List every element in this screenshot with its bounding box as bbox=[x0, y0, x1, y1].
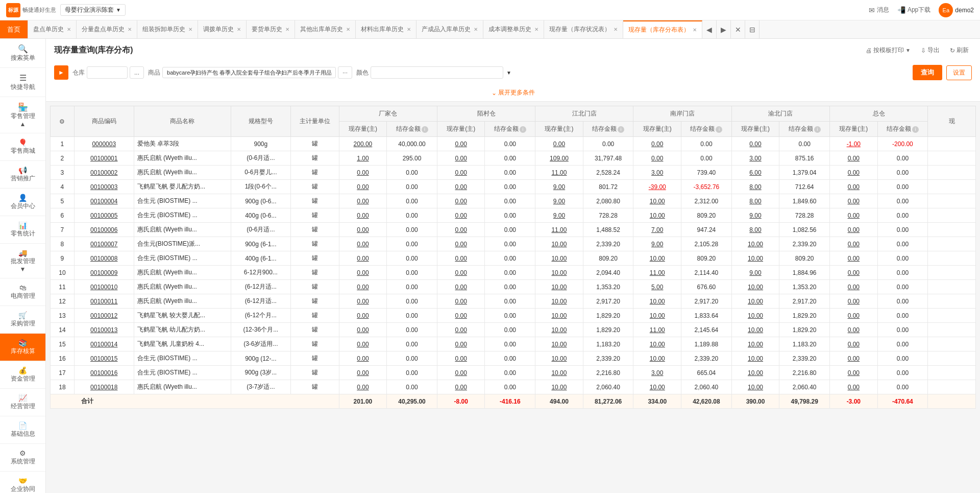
tab-order[interactable]: 要货单历史 ✕ bbox=[247, 20, 295, 39]
tab-split-check[interactable]: 分量盘点单历史 ✕ bbox=[77, 20, 137, 39]
row-w5-qty[interactable]: 10.00 bbox=[731, 351, 779, 366]
row-w3-qty[interactable]: 11.00 bbox=[535, 166, 583, 180]
row-w1-qty[interactable]: 0.00 bbox=[339, 166, 387, 180]
row-w4-qty[interactable]: 3.00 bbox=[633, 366, 681, 380]
row-w2-qty[interactable]: 0.00 bbox=[437, 251, 485, 266]
row-w4-qty[interactable]: 10.00 bbox=[633, 351, 681, 366]
row-w4-qty[interactable]: 3.00 bbox=[633, 166, 681, 180]
row-w2-qty[interactable]: 0.00 bbox=[437, 309, 485, 323]
sidebar-item-ecommerce[interactable]: 🛍 电商管理 bbox=[0, 278, 45, 306]
row-w1-qty[interactable]: 0.00 bbox=[339, 266, 387, 280]
app-download-button[interactable]: 📲 App下载 bbox=[897, 6, 930, 14]
row-total-qty[interactable]: 0.00 bbox=[830, 280, 878, 294]
row-w4-qty[interactable]: -39.00 bbox=[633, 180, 681, 194]
query-button[interactable]: 查询 bbox=[913, 65, 942, 80]
tab-cost-adjust[interactable]: 成本调整单历史 ✕ bbox=[483, 20, 544, 39]
row-w1-qty[interactable]: 0.00 bbox=[339, 180, 387, 194]
row-w3-qty[interactable]: 9.00 bbox=[535, 194, 583, 208]
warehouse-input[interactable] bbox=[87, 66, 128, 79]
close-icon[interactable]: ✕ bbox=[693, 27, 697, 33]
row-w5-qty[interactable]: 10.00 bbox=[731, 237, 779, 251]
close-icon[interactable]: ✕ bbox=[407, 27, 411, 32]
row-code[interactable]: 00100010 bbox=[74, 280, 134, 294]
row-total-qty[interactable]: 0.00 bbox=[830, 266, 878, 280]
row-w4-qty[interactable]: 5.00 bbox=[633, 280, 681, 294]
row-total-qty[interactable]: 0.00 bbox=[830, 323, 878, 337]
row-w2-qty[interactable]: 0.00 bbox=[437, 166, 485, 180]
row-w5-qty[interactable]: 10.00 bbox=[731, 309, 779, 323]
sidebar-item-system[interactable]: ⚙ 系统管理 bbox=[0, 444, 45, 472]
row-w1-qty[interactable]: 0.00 bbox=[339, 208, 387, 223]
close-icon[interactable]: ✕ bbox=[188, 27, 192, 32]
row-w2-qty[interactable]: 0.00 bbox=[437, 137, 485, 151]
row-w3-qty[interactable]: 9.00 bbox=[535, 208, 583, 223]
tab-material-out[interactable]: 材料出库单历史 ✕ bbox=[356, 20, 416, 39]
row-w4-qty[interactable]: 10.00 bbox=[633, 309, 681, 323]
row-total-qty[interactable]: 0.00 bbox=[830, 194, 878, 208]
row-total-qty[interactable]: -1.00 bbox=[830, 137, 878, 151]
row-w2-qty[interactable]: 0.00 bbox=[437, 280, 485, 294]
tab-prev-btn[interactable]: ◀ bbox=[702, 20, 717, 39]
close-icon[interactable]: ✕ bbox=[67, 27, 71, 32]
close-icon[interactable]: ✕ bbox=[534, 27, 538, 32]
info-icon[interactable]: i bbox=[422, 126, 428, 133]
row-w5-qty[interactable]: 10.00 bbox=[731, 251, 779, 266]
gear-icon[interactable]: ⚙ bbox=[54, 118, 71, 125]
row-w3-qty[interactable]: 10.00 bbox=[535, 294, 583, 309]
tab-close-all-btn[interactable]: ✕ bbox=[731, 20, 745, 39]
row-w5-qty[interactable]: 0.00 bbox=[731, 137, 779, 151]
row-w5-qty[interactable]: 8.00 bbox=[731, 180, 779, 194]
row-code[interactable]: 00100015 bbox=[74, 351, 134, 366]
row-w2-qty[interactable]: 0.00 bbox=[437, 294, 485, 309]
row-w3-qty[interactable]: 9.00 bbox=[535, 180, 583, 194]
row-w4-qty[interactable]: 7.00 bbox=[633, 223, 681, 237]
row-w4-qty[interactable]: 10.00 bbox=[633, 337, 681, 351]
tab-inventory-status[interactable]: 现存量（库存状况表） ✕ bbox=[544, 20, 623, 39]
tab-assembly[interactable]: 组装拆卸单历史 ✕ bbox=[137, 20, 198, 39]
row-w1-qty[interactable]: 0.00 bbox=[339, 309, 387, 323]
row-w5-qty[interactable]: 8.00 bbox=[731, 194, 779, 208]
info-icon[interactable]: i bbox=[716, 126, 722, 133]
row-w1-qty[interactable]: 0.00 bbox=[339, 351, 387, 366]
row-w4-qty[interactable]: 10.00 bbox=[633, 294, 681, 309]
row-w2-qty[interactable]: 0.00 bbox=[437, 337, 485, 351]
warehouse-ellipsis-btn[interactable]: ... bbox=[130, 66, 144, 79]
row-w3-qty[interactable]: 10.00 bbox=[535, 366, 583, 380]
row-w3-qty[interactable]: 10.00 bbox=[535, 380, 583, 394]
close-icon[interactable]: ✕ bbox=[128, 27, 132, 32]
tab-product-in[interactable]: 产成品入库单历史 ✕ bbox=[416, 20, 483, 39]
row-w4-qty[interactable]: 10.00 bbox=[633, 380, 681, 394]
color-input[interactable] bbox=[371, 66, 503, 79]
row-w5-qty[interactable]: 10.00 bbox=[731, 366, 779, 380]
row-total-qty[interactable]: 0.00 bbox=[830, 208, 878, 223]
row-w2-qty[interactable]: 0.00 bbox=[437, 223, 485, 237]
row-w4-qty[interactable]: 9.00 bbox=[633, 237, 681, 251]
row-total-qty[interactable]: 0.00 bbox=[830, 380, 878, 394]
row-code[interactable]: 00100016 bbox=[74, 366, 134, 380]
sidebar-item-basic[interactable]: 📄 基础信息 bbox=[0, 416, 45, 444]
tab-inventory-check[interactable]: 盘点单历史 ✕ bbox=[28, 20, 77, 39]
tab-other-out[interactable]: 其他出库单历史 ✕ bbox=[295, 20, 356, 39]
row-total-qty[interactable]: 0.00 bbox=[830, 294, 878, 309]
row-w4-qty[interactable]: 10.00 bbox=[633, 251, 681, 266]
row-code[interactable]: 00100012 bbox=[74, 309, 134, 323]
sidebar-item-purchase[interactable]: 🛒 采购管理 bbox=[0, 306, 45, 334]
info-icon[interactable]: i bbox=[618, 126, 624, 133]
tab-expand-btn[interactable]: ⊟ bbox=[745, 20, 760, 39]
row-code[interactable]: 00100005 bbox=[74, 208, 134, 223]
row-w5-qty[interactable]: 10.00 bbox=[731, 337, 779, 351]
collapse-btn[interactable]: ► bbox=[54, 65, 68, 80]
row-w2-qty[interactable]: 0.00 bbox=[437, 237, 485, 251]
row-total-qty[interactable]: 0.00 bbox=[830, 223, 878, 237]
row-w4-qty[interactable]: 10.00 bbox=[633, 208, 681, 223]
row-w2-qty[interactable]: 0.00 bbox=[437, 180, 485, 194]
row-code[interactable]: 00100008 bbox=[74, 251, 134, 266]
col-settings-header[interactable]: ⚙ bbox=[51, 106, 75, 137]
tab-inventory-dist[interactable]: 现存量（库存分布表） ✕ bbox=[623, 20, 702, 39]
row-w1-qty[interactable]: 1.00 bbox=[339, 151, 387, 166]
row-w5-qty[interactable]: 10.00 bbox=[731, 280, 779, 294]
row-w5-qty[interactable]: 6.00 bbox=[731, 166, 779, 180]
row-total-qty[interactable]: 0.00 bbox=[830, 166, 878, 180]
row-w1-qty[interactable]: 0.00 bbox=[339, 280, 387, 294]
info-icon[interactable]: i bbox=[520, 126, 526, 133]
